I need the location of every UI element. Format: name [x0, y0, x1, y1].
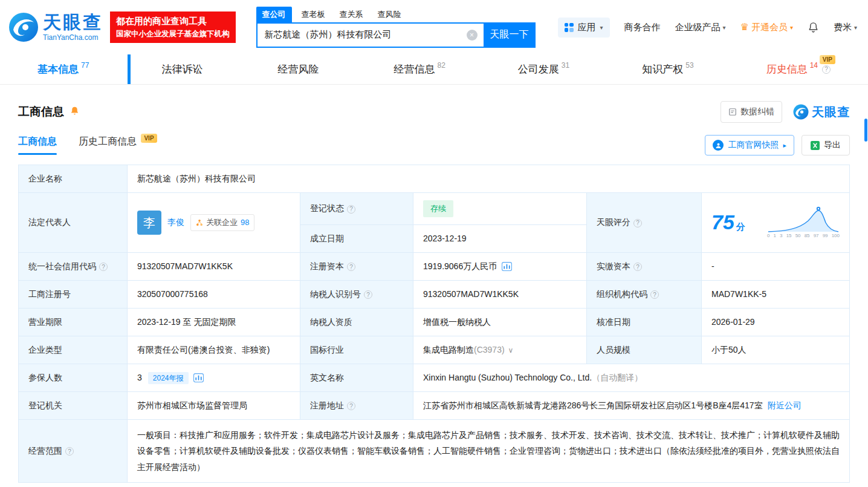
search-input[interactable] — [256, 22, 484, 48]
label-establish-date: 成立日期 — [300, 224, 413, 252]
related-companies-badge[interactable]: 关联企业 98 — [190, 214, 254, 231]
value-registered-capital: 1919.9066万人民币 — [413, 252, 587, 280]
value-paid-capital: - — [702, 252, 850, 280]
vip-badge: VIP — [141, 134, 157, 143]
table-row: 营业期限 2023-12-19 至 无固定期限 纳税人资质 增值税一般纳税人 核… — [19, 308, 850, 336]
subscribe-bell-icon[interactable] — [70, 105, 80, 119]
clear-search-icon[interactable]: × — [467, 30, 478, 41]
score-number: 75 — [711, 212, 734, 232]
subtab-business-info[interactable]: 工商信息 — [18, 136, 57, 155]
search-tab-risk[interactable]: 查风险 — [377, 7, 403, 22]
legal-rep-link[interactable]: 李俊 — [167, 216, 184, 229]
label-business-term: 营业期限 — [19, 308, 128, 336]
help-question-icon[interactable]: ? — [364, 290, 372, 299]
value-company-name: 新芯航途（苏州）科技有限公司 — [128, 165, 850, 193]
label-taxpayer-quality: 纳税人资质 — [300, 308, 413, 336]
document-edit-icon — [728, 108, 737, 116]
table-row: 登记机关 苏州市相城区市场监督管理局 注册地址? 江苏省苏州市相城区高铁新城青龙… — [19, 391, 850, 419]
slogan-line1: 都在用的商业查询工具 — [116, 15, 230, 28]
nav-enterprise-products[interactable]: 企业级产品 ▾ — [675, 22, 726, 33]
official-snapshot-button[interactable]: 工商官网快照 ▸ — [705, 135, 794, 155]
score-unit: 分 — [736, 220, 745, 234]
logo-title: 天眼查 — [43, 13, 103, 31]
nav-open-vip[interactable]: ♛ 开通会员 ▾ — [740, 22, 793, 33]
tianyancha-logo[interactable]: 天眼查 TianYanCha.com — [8, 12, 103, 42]
enterprise-label: 企业级产品 — [675, 22, 721, 33]
logo-domain: TianYanCha.com — [43, 33, 103, 42]
auto-translate-note: （自动翻译） — [592, 373, 643, 382]
label-industry: 国标行业 — [300, 336, 413, 364]
header-nav: 应用 ▾ 商务合作 企业级产品 ▾ ♛ 开通会员 ▾ 费米 ▾ — [558, 18, 857, 38]
related-companies-count: 98 — [241, 217, 249, 229]
subtab-history-business-info[interactable]: 历史工商信息 VIP — [79, 136, 157, 155]
tab-basic-info[interactable]: 基本信息 77 — [37, 62, 89, 76]
score-chart-ticks: 0131550859799100 — [767, 234, 840, 238]
help-question-icon[interactable]: ? — [822, 65, 831, 74]
search-tab-company[interactable]: 查公司 — [256, 7, 292, 22]
insured-chart-icon[interactable] — [193, 373, 204, 382]
company-section-tabs: 基本信息 77 法律诉讼 经营风险 经营信息 82 公司发展 31 知识产权 5… — [0, 54, 868, 85]
value-registration-status: 存续 — [413, 193, 587, 225]
apps-menu-button[interactable]: 应用 ▾ — [558, 18, 610, 38]
export-label: 导出 — [824, 140, 841, 151]
value-company-type: 有限责任公司(港澳台投资、非独资) — [128, 336, 300, 364]
tab-intellectual-property[interactable]: 知识产权 53 — [642, 62, 693, 76]
label-staff-size: 人员规模 — [587, 336, 702, 364]
apps-label: 应用 — [578, 22, 596, 33]
value-approval-date: 2026-01-29 — [702, 308, 850, 336]
help-question-icon[interactable]: ? — [633, 263, 642, 271]
related-companies-label: 关联企业 — [206, 217, 238, 229]
nav-business-cooperation[interactable]: 商务合作 — [624, 22, 661, 33]
help-question-icon[interactable]: ? — [650, 290, 659, 299]
label-organization-code: 组织机构代码? — [587, 280, 702, 308]
search-area: 查公司 查老板 查关系 查风险 × 天眼一下 — [256, 7, 536, 48]
value-credit-code: 91320507MAD7W1KK5K — [128, 252, 300, 280]
scrollbar-thumb[interactable] — [864, 119, 867, 142]
status-badge: 存续 — [423, 200, 453, 217]
data-correction-button[interactable]: 数据纠错 — [721, 101, 782, 123]
chevron-down-icon: ▾ — [723, 24, 726, 31]
tab-company-development[interactable]: 公司发展 31 — [518, 62, 569, 76]
search-tab-boss[interactable]: 查老板 — [300, 7, 326, 22]
notification-bell-icon[interactable] — [808, 21, 819, 33]
tab-legal-litigation[interactable]: 法律诉讼 — [161, 62, 205, 76]
open-vip-label: 开通会员 — [751, 22, 788, 33]
tianyancha-logo-icon — [8, 12, 39, 42]
help-question-icon[interactable]: ? — [347, 205, 355, 214]
label-legal-representative: 法定代表人 — [19, 193, 128, 253]
search-tab-relation[interactable]: 查关系 — [338, 7, 364, 22]
tianyancha-watermark-icon — [793, 104, 809, 120]
chevron-down-icon: ▾ — [854, 24, 857, 31]
help-question-icon[interactable]: ? — [633, 219, 642, 227]
tab-operation-risk[interactable]: 经营风险 — [277, 62, 321, 76]
label-paid-capital: 实缴资本? — [587, 252, 702, 280]
tab-history-info[interactable]: VIP 历史信息 14 ? — [766, 62, 831, 76]
table-row: 企业类型 有限责任公司(港澳台投资、非独资) 国标行业 集成电路制造(C3973… — [19, 336, 850, 364]
table-row: 工商注册号 320507000775168 纳税人识别号? 91320507MA… — [19, 280, 850, 308]
label-tianyan-score: 天眼评分? — [587, 193, 702, 253]
value-insured-count: 32024年报 — [128, 364, 300, 391]
annual-report-badge[interactable]: 2024年报 — [148, 372, 189, 384]
chevron-down-icon[interactable]: ∨ — [508, 346, 514, 355]
tab-operation-info[interactable]: 经营信息 82 — [394, 62, 445, 76]
help-question-icon[interactable]: ? — [65, 447, 74, 456]
arrow-right-icon: ▸ — [783, 142, 786, 149]
search-tabs: 查公司 查老板 查关系 查风险 — [256, 7, 536, 22]
slogan-line2: 国家中小企业发展子基金旗下机构 — [116, 28, 230, 40]
nav-user-menu[interactable]: 费米 ▾ — [834, 22, 857, 33]
help-question-icon[interactable]: ? — [347, 263, 355, 271]
capital-chart-icon[interactable] — [502, 262, 512, 271]
slogan-badge: 都在用的商业查询工具 国家中小企业发展子基金旗下机构 — [110, 11, 236, 42]
related-graph-icon — [196, 219, 203, 226]
excel-icon — [811, 141, 820, 150]
table-row: 经营范围? 一般项目：科技推广和应用服务；软件开发；集成电路芯片设计及服务；集成… — [19, 419, 850, 483]
table-row: 企业名称 新芯航途（苏州）科技有限公司 — [19, 165, 850, 193]
legal-rep-avatar[interactable]: 李 — [137, 211, 161, 235]
export-button[interactable]: 导出 — [802, 135, 850, 155]
tianyancha-watermark: 天眼查 — [793, 104, 850, 120]
help-question-icon[interactable]: ? — [347, 402, 355, 410]
help-question-icon[interactable]: ? — [99, 263, 108, 271]
search-button[interactable]: 天眼一下 — [484, 22, 536, 48]
industry-code: (C3973) — [474, 345, 505, 355]
nearby-companies-link[interactable]: 附近公司 — [768, 400, 802, 410]
